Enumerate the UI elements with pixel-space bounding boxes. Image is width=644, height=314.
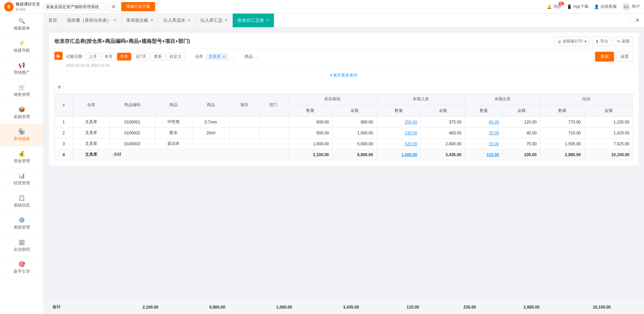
tab-close-batch-ledger[interactable]: ✕ — [150, 18, 153, 22]
cell-out-amt: 120.00 — [502, 117, 540, 128]
tab-batch-ledger[interactable]: 库存批次账 ✕ — [121, 14, 159, 27]
date-this-month[interactable]: 本月 — [101, 53, 116, 61]
in-qty-link[interactable]: 250.00 — [405, 120, 417, 125]
th-in-qty: 数量 — [377, 105, 421, 117]
goods-label: 商品 — [245, 54, 253, 60]
printer-icon: 🖨 — [557, 39, 561, 44]
page-content: 收发存汇总表(按仓库+商品编码+商品+规格型号+项目+部门) 🖨 按模板打印 ▾… — [44, 27, 644, 300]
tab-close-in-out-summary[interactable]: ✕ — [225, 18, 228, 22]
online-service-item[interactable]: 👤 在线客服 — [594, 4, 617, 10]
total-closing-qty: 2,985.00 — [498, 303, 565, 311]
sidebar-item-business[interactable]: 📊 经营管理 — [0, 168, 43, 191]
clipboard-icon: 📋 — [18, 195, 25, 201]
in-qty-link[interactable]: 230.00 — [405, 131, 417, 135]
print-button[interactable]: 🖨 按模板打印 ▾ — [554, 37, 590, 46]
date-7days[interactable]: 近7天 — [133, 53, 149, 61]
service-icon: 👤 — [594, 4, 599, 9]
notification-badge: 6 — [559, 2, 564, 5]
warehouse-label: 仓库 — [195, 54, 203, 60]
subtotal-out-qty[interactable]: 115.00 — [465, 149, 503, 160]
tab-receipt-summary[interactable]: 收发存汇总表 ✕ — [233, 14, 274, 27]
subtotal-in-qty-link[interactable]: 1,000.00 — [401, 152, 417, 157]
footer-table: 合计 2,100.00 6,900.00 1,000.00 3,435.00 1… — [49, 303, 639, 311]
sidebar-item-marketing[interactable]: 📢 营销推广 — [0, 58, 43, 80]
app-download-item[interactable]: 📱 App下载 — [567, 4, 589, 10]
user-area[interactable]: Ea 用户 — [622, 3, 640, 11]
cell-in-amt: 2,600.00 — [421, 138, 465, 149]
page-actions: 🖨 按模板打印 ▾ ⬇ 导出 ↻ 刷新 — [554, 37, 633, 46]
cell-goods-spec: 0.7mm — [192, 117, 230, 128]
filter-main: 记账日期 上月 本月 本年 近7天 更多 自定义 仓库 — [66, 52, 633, 68]
cell-out-qty[interactable]: 15.00 — [465, 138, 503, 149]
total-opening-amt: 6,900.00 — [184, 303, 251, 311]
warehouse-tag-close[interactable]: ✕ — [222, 54, 226, 59]
refresh-button[interactable]: ↻ 刷新 — [614, 37, 633, 46]
warehouse-more[interactable]: ... — [231, 54, 234, 59]
cell-out-qty[interactable]: 20.00 — [465, 128, 503, 138]
tab-inventory-dist[interactable]: 现存量（库存分布表） ✕ — [62, 14, 121, 27]
cell-out-qty[interactable]: 80.00 — [465, 117, 503, 128]
sidebar: 🔍 搜索菜单 ⚡ 快捷导航 📢 营销推广 🛒 销售管理 📦 采购管理 🏪 库存核… — [0, 14, 44, 314]
th-in-amt: 金额 — [421, 105, 465, 117]
query-button[interactable]: 查询 — [595, 52, 614, 62]
date-this-year[interactable]: 本年 — [117, 53, 131, 61]
tab-in-out-flow[interactable]: 出入库流水 ✕ — [159, 14, 196, 27]
sidebar-item-guide[interactable]: 🎯 新手引导 — [0, 257, 43, 279]
goods-more[interactable]: ... — [255, 54, 259, 59]
tab-bar-close[interactable]: ✕ — [630, 14, 644, 27]
cell-in-qty[interactable]: 520.00 — [377, 138, 421, 149]
sidebar-item-purchase[interactable]: 📦 采购管理 — [0, 102, 43, 124]
tab-in-out-summary[interactable]: 出入库汇总 ✕ — [196, 14, 233, 27]
system-selector[interactable]: 装备及固定资产辅助管理系统 — [43, 3, 106, 10]
tab-close-receipt-summary[interactable]: ✕ — [266, 18, 269, 22]
date-range: 2023-01-01 至 2023-12-31 — [66, 63, 110, 67]
table-settings-icon[interactable]: ⚙ — [54, 82, 64, 92]
sidebar-item-finance[interactable]: 💰 资金管理 — [0, 146, 43, 168]
total-label: 合计 — [49, 303, 117, 311]
cell-opening-qty: 600.00 — [288, 117, 332, 128]
sidebar-item-sales[interactable]: 🛒 销售管理 — [0, 80, 43, 102]
date-more[interactable]: 更多 — [151, 53, 165, 61]
data-table: # 仓库 商品编码 商品 商品 项目 部门 库存期初 本期入库 本期出库 结存 — [54, 93, 633, 160]
export-button[interactable]: ⬇ 导出 — [592, 37, 611, 46]
tab-home[interactable]: 首页 — [44, 14, 62, 27]
sidebar-item-quick-nav[interactable]: ⚡ 快捷导航 — [0, 36, 43, 58]
out-qty-link[interactable]: 80.00 — [489, 120, 499, 125]
notification-item[interactable]: 🔔 消息 6 — [547, 4, 561, 10]
cell-goods-spec — [192, 138, 230, 149]
money-icon: 💰 — [18, 150, 25, 157]
warehouse-filter: 仓库 文具库 ✕ ... — [195, 53, 234, 60]
cell-in-qty[interactable]: 250.00 — [377, 117, 421, 128]
in-qty-link[interactable]: 520.00 — [405, 142, 417, 146]
subtotal-out-qty-link[interactable]: 115.00 — [486, 152, 499, 157]
cell-in-qty[interactable]: 230.00 — [377, 128, 421, 138]
box-icon: 📦 — [18, 106, 25, 113]
sidebar-item-basic[interactable]: 📋 基础信息 — [0, 191, 43, 213]
date-custom[interactable]: 自定义 — [166, 53, 185, 61]
sidebar-item-search[interactable]: 🔍 搜索菜单 — [0, 14, 43, 36]
tab-close-inventory-dist[interactable]: ✕ — [113, 18, 116, 22]
settings-filter-button[interactable]: 设置 — [616, 52, 633, 62]
subtotal-in-qty[interactable]: 1,000.00 — [377, 149, 421, 160]
out-qty-link[interactable]: 15.00 — [489, 142, 499, 146]
sidebar-item-system[interactable]: ⚙️ 系统管理 — [0, 213, 43, 235]
tab-close-in-out-flow[interactable]: ✕ — [187, 18, 191, 22]
logo-text: 畅捷通好生意 标准版 — [16, 2, 40, 12]
settings-button[interactable]: ⚙ — [109, 2, 118, 12]
system-dropdown[interactable]: 装备及固定资产辅助管理系统 — [43, 3, 106, 10]
cell-index: 1 — [55, 117, 73, 128]
filter-arrow-button[interactable]: ▶ — [54, 52, 63, 60]
cell-goods-spec: 20ml — [192, 128, 230, 138]
sidebar-item-inventory[interactable]: 🏪 库存核算 — [0, 124, 43, 146]
th-closing-qty: 数量 — [540, 105, 584, 117]
sidebar-item-enterprise[interactable]: 🏢 企业协同 — [0, 235, 43, 257]
download-icon: 📱 — [567, 4, 572, 9]
cell-department — [259, 117, 288, 128]
expand-more-area[interactable]: ▾ 展开更多条件 — [49, 71, 639, 80]
cart-icon: 🛒 — [18, 84, 25, 90]
date-last-month[interactable]: 上月 — [86, 53, 100, 61]
logo-area: 6 畅捷通好生意 标准版 — [4, 2, 40, 12]
store-icon: 🏪 — [18, 128, 25, 135]
trial-button[interactable]: 体验行业方案 — [121, 2, 155, 11]
out-qty-link[interactable]: 20.00 — [489, 131, 499, 135]
